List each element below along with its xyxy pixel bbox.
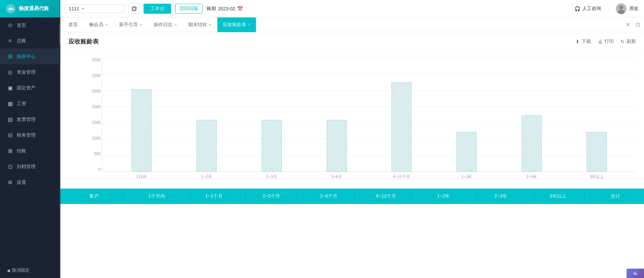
sidebar-label-tax: 税务管理 xyxy=(17,132,36,138)
sidebar-label-ledger: 总账 xyxy=(17,38,26,44)
tab-close-ar-aging[interactable]: × xyxy=(248,22,251,27)
y-label-1500: 1500 xyxy=(92,121,101,125)
bar-group-1 xyxy=(197,120,217,171)
sidebar-scrollbar[interactable] xyxy=(59,17,60,278)
sidebar-label-payroll: 工资 xyxy=(17,101,26,107)
x-label-2: 2~3月 xyxy=(262,174,282,180)
sidebar-label-assets: 固定资产 xyxy=(17,85,36,91)
sidebar-item-settings[interactable]: ⚙设置 xyxy=(0,175,60,190)
sidebar-label-settings: 设置 xyxy=(17,180,26,186)
tab-ar-aging[interactable]: 应收账龄表 × xyxy=(217,17,256,32)
home-icon: ⊙ xyxy=(7,22,13,28)
refresh-button[interactable]: ↻ 刷新 xyxy=(621,39,636,45)
sidebar-item-close[interactable]: ⊠结账 xyxy=(0,143,60,159)
x-label-3: 3~6月 xyxy=(327,174,347,180)
sidebar-item-ledger[interactable]: ≡总账 xyxy=(0,33,60,49)
table-header-7: 2~3年 xyxy=(472,193,530,199)
bar-1 xyxy=(197,120,217,171)
bar-0 xyxy=(131,89,152,171)
y-label-500: 500 xyxy=(94,152,101,156)
copy-button[interactable] xyxy=(129,3,140,14)
sidebar-item-payroll[interactable]: ▦工资 xyxy=(0,96,60,112)
bars-area xyxy=(102,58,636,171)
settings-icon: ⚙ xyxy=(7,179,13,186)
logo-icon xyxy=(5,3,16,14)
x-label-0: 1月内 xyxy=(131,174,152,180)
sidebar-label-archive: 归档管理 xyxy=(17,164,36,170)
refresh-icon: ↻ xyxy=(621,39,625,44)
bar-group-4 xyxy=(391,82,412,171)
tab-label-guide: 新手引导 xyxy=(119,22,138,28)
user-area[interactable]: 用友 xyxy=(616,3,639,14)
page-inner: 应收账龄表 ⬇ 下载 🖨 打印 ↻ 刷新 xyxy=(60,32,644,278)
tab-close-member[interactable]: × xyxy=(105,22,108,27)
x-label-7: 3年以上 xyxy=(587,174,607,180)
page-content: 应收账龄表 ⬇ 下载 🖨 打印 ↻ 刷新 xyxy=(60,32,644,278)
page-header: 应收账龄表 ⬇ 下载 🖨 打印 ↻ 刷新 xyxy=(60,32,644,51)
bar-group-6 xyxy=(522,115,542,171)
reports-icon: ⊞ xyxy=(7,53,13,60)
print-button[interactable]: 🖨 打印 xyxy=(598,39,614,45)
page-actions: ⬇ 下载 🖨 打印 ↻ 刷新 xyxy=(576,39,636,45)
sidebar-item-home[interactable]: ⊙首页 xyxy=(0,17,60,33)
period-area: 账期 2023-02 📅 xyxy=(207,6,243,12)
app-header: 畅捷通易代账 1111 ▾ 工作台 切到旧版 账期 2023-02 📅 🎧 人工… xyxy=(0,0,644,17)
table-header-9: 合计 xyxy=(587,193,644,199)
archive-icon: ⊡ xyxy=(7,163,13,170)
consulting-button[interactable]: 🎧 人工咨询 xyxy=(575,6,601,12)
y-label-2500-3: 2500 xyxy=(92,89,101,93)
tab-close-oplog[interactable]: × xyxy=(174,22,177,27)
headset-icon: 🎧 xyxy=(575,6,580,11)
sidebar-item-archive[interactable]: ⊡归档管理 xyxy=(0,159,60,175)
sidebar-item-funds[interactable]: ◎资金管理 xyxy=(0,64,60,80)
tab-period-close[interactable]: 期末结转 × xyxy=(183,17,217,32)
sidebar-item-tax[interactable]: ⊟税务管理 xyxy=(0,127,60,143)
tab-guide[interactable]: 新手引导 × xyxy=(114,17,148,32)
tab-label-member: 畅会员 xyxy=(89,22,103,28)
tab-member[interactable]: 畅会员 × xyxy=(84,17,113,32)
tabs-right: ✕ ⊡ xyxy=(625,20,641,29)
sidebar-collapse-button[interactable]: ◀ 取消固定 xyxy=(0,263,60,278)
sidebar-item-invoice[interactable]: ▤发票管理 xyxy=(0,112,60,127)
x-label-4: 6~12个月 xyxy=(391,174,412,180)
tabs-bar: 首页畅会员 ×新手引导 ×操作日志 ×期末结转 ×应收账龄表 × ✕ ⊡ xyxy=(60,17,644,32)
expand-icon[interactable]: ⊡ xyxy=(634,20,641,29)
y-label-1000: 1000 xyxy=(92,136,101,140)
y-label-0: 0 xyxy=(98,167,101,171)
download-button[interactable]: ⬇ 下载 xyxy=(576,39,591,45)
bar-4 xyxy=(391,82,412,171)
tab-close-guide[interactable]: × xyxy=(140,22,142,27)
sidebar-item-reports[interactable]: ⊞报表中心 xyxy=(0,49,60,64)
y-axis: 2500 2500 2500 2000 1500 1000 500 0 xyxy=(86,58,101,171)
payroll-icon: ▦ xyxy=(7,100,13,107)
workbench-button[interactable]: 工作台 xyxy=(144,4,171,14)
bar-group-0 xyxy=(131,89,152,171)
sidebar-label-home: 首页 xyxy=(17,22,26,28)
collapse-icon: ◀ xyxy=(7,268,10,273)
header-right: 🎧 人工咨询 | 用友 xyxy=(575,3,639,14)
table-header-0: 客户 xyxy=(60,193,128,199)
calendar-icon[interactable]: 📅 xyxy=(237,6,243,11)
bar-group-2 xyxy=(262,120,282,171)
sidebar-label-reports: 报表中心 xyxy=(17,54,36,60)
period-value: 2023-02 xyxy=(218,6,235,11)
tab-label-period-close: 期末结转 xyxy=(188,22,207,28)
close-all-tabs-icon[interactable]: ✕ xyxy=(625,20,632,29)
close-icon: ⊠ xyxy=(7,148,13,154)
tab-close-period-close[interactable]: × xyxy=(209,22,211,27)
svg-point-5 xyxy=(619,5,623,9)
ledger-icon: ≡ xyxy=(7,38,13,44)
content-area: 首页畅会员 ×新手引导 ×操作日志 ×期末结转 ×应收账龄表 × ✕ ⊡ 应收账… xyxy=(60,17,644,278)
sidebar-item-assets[interactable]: ▣固定资产 xyxy=(0,80,60,96)
table-header-6: 1~2年 xyxy=(415,193,472,199)
table-header-5: 6~12个月 xyxy=(358,193,415,199)
bar-7 xyxy=(587,132,607,171)
chart-container: 2500 2500 2500 2000 1500 1000 500 0 xyxy=(60,51,644,189)
table-header-3: 2~3个月 xyxy=(243,193,300,199)
tab-oplog[interactable]: 操作日志 × xyxy=(148,17,182,32)
company-selector[interactable]: 1111 ▾ xyxy=(64,4,125,13)
switch-version-button[interactable]: 切到旧版 xyxy=(175,4,203,14)
invoice-icon: ▤ xyxy=(7,116,13,123)
ai-badge[interactable]: Ai xyxy=(627,269,644,278)
tab-home[interactable]: 首页 xyxy=(63,17,83,32)
